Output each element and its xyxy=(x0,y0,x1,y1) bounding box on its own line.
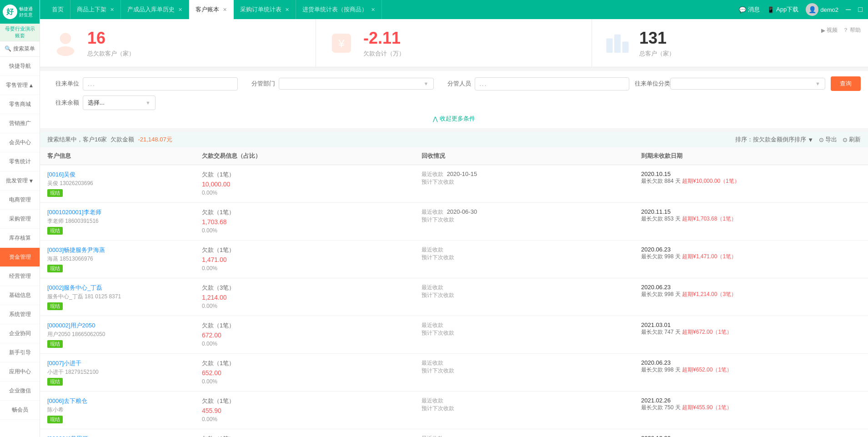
duedate-cell: 2021.03.01 最长欠款 747 天 超期¥672.00（1笔） xyxy=(641,321,861,336)
tab-close-icon[interactable]: ✕ xyxy=(223,7,227,13)
refresh-icon: ⊙ xyxy=(843,136,848,143)
duedate-cell: 2021.02.26 最长欠款 750 天 超期¥455.90（1笔） xyxy=(641,397,861,412)
duedate-cell: 2020.06.23 最长欠款 998 天 超期¥652.00（1笔） xyxy=(641,359,861,374)
results-summary: 搜索结果中，客户16家 xyxy=(47,136,107,144)
customer-name-link[interactable]: [0007]小进干 xyxy=(47,360,81,367)
customer-name-link[interactable]: [000001]黄思源 xyxy=(47,435,88,437)
sidebar-item-zero-stats[interactable]: 零售统计 xyxy=(0,152,40,171)
logo-icon: 好 xyxy=(3,5,17,19)
balance-select[interactable]: 选择... ▼ xyxy=(83,95,156,110)
overdue-days: 最长欠款 884 天 超期¥10,000.00（1笔） xyxy=(641,177,861,185)
results-info: 搜索结果中，客户16家 欠款金额 -21,148.07元 xyxy=(47,136,172,144)
debt-percent: 0.00% xyxy=(202,341,421,347)
customer-badge: 现结 xyxy=(47,302,63,310)
tab-customer-ledger[interactable]: 客户账本 ✕ xyxy=(189,0,234,19)
filter-item-person: 分管人员 ... xyxy=(439,77,630,90)
duedate-cell: 2020.06.23 最长欠款 998 天 超期¥1,214.00（3笔） xyxy=(641,284,861,298)
sidebar-item-operations[interactable]: 经营管理 xyxy=(0,267,40,286)
export-action[interactable]: ⊙ 导出 xyxy=(819,136,837,144)
total-debt-icon: ¥ xyxy=(327,29,356,58)
tab-close-icon[interactable]: ✕ xyxy=(285,7,289,13)
overdue-amount-link[interactable]: 超期¥10,000.00（1笔） xyxy=(682,178,740,184)
sidebar-item-vip[interactable]: 畅会员 xyxy=(0,401,40,420)
user-menu[interactable]: 👤 demo2 xyxy=(806,3,838,16)
debt-amount: 672.00 xyxy=(202,332,421,339)
person-input[interactable]: ... xyxy=(475,77,630,90)
sidebar-item-basic-info[interactable]: 基础信息 xyxy=(0,286,40,305)
customer-info-cell: [0016]吴俊 吴俊 13026203696 现结 xyxy=(47,171,202,197)
customer-info-cell: [0001020001]李老师 李老师 18600391516 现结 xyxy=(47,208,202,235)
sort-action[interactable]: 排序：按欠款金额倒序排序 ▼ xyxy=(735,136,813,144)
sidebar-item-system[interactable]: 系统管理 xyxy=(0,305,40,324)
sidebar-item-finance[interactable]: 资金管理 xyxy=(0,248,40,267)
debt-info-cell: 欠款（3笔） 1,214.00 0.00% xyxy=(202,284,421,309)
video-action[interactable]: ▶ 视频 xyxy=(821,26,838,34)
customer-name-link[interactable]: [0016]吴俊 xyxy=(47,171,75,178)
recovery-cell: 最近收款 预计下次收款 xyxy=(421,284,641,299)
overdue-days: 最长欠款 998 天 超期¥1,214.00（3笔） xyxy=(641,291,861,298)
table-row: [0003]畅捷服务尹海蒸 海蒸 18513066976 现结 欠款（1笔） 1… xyxy=(40,241,868,278)
customer-name-link[interactable]: [000002]用户2050 xyxy=(47,322,95,329)
maximize-button[interactable]: □ xyxy=(858,5,863,14)
dept-select[interactable]: ▼ xyxy=(279,78,434,90)
results-amount-value: -21,148.07元 xyxy=(138,136,172,144)
overdue-amount-link[interactable]: 超期¥455.90（1笔） xyxy=(682,404,732,411)
search-menu-item[interactable]: 🔍 搜索菜单 xyxy=(0,41,40,57)
refresh-action[interactable]: ⊙ 刷新 xyxy=(843,136,861,144)
sidebar-item-guide[interactable]: 新手引导 xyxy=(0,343,40,362)
demo-label: 母婴行业演示账套 xyxy=(0,24,40,41)
sidebar-item-enterprise[interactable]: 企业协同 xyxy=(0,324,40,343)
debt-amount: 1,471.00 xyxy=(202,256,421,263)
sidebar-item-quicknav[interactable]: 快捷导航 xyxy=(0,57,40,76)
customer-name-link[interactable]: [0002]服务中心_丁磊 xyxy=(47,284,102,291)
sidebar-item-stock[interactable]: 库存核算 xyxy=(0,229,40,248)
sidebar-item-purchase[interactable]: 采购管理 xyxy=(0,210,40,229)
message-icon: 💬 xyxy=(739,6,746,13)
app-download-action[interactable]: 📱 App下载 xyxy=(767,5,798,14)
sidebar-item-batch-mgmt[interactable]: 批发管理 ▼ xyxy=(0,171,40,191)
tab-close-icon[interactable]: ✕ xyxy=(178,7,182,13)
last-collect: 最近收款 xyxy=(421,435,641,437)
customer-name-link[interactable]: [0006]去下粮仓 xyxy=(47,397,87,404)
col-header-debt: 欠款交易信息（占比） xyxy=(202,152,421,160)
next-collect: 预计下次收款 xyxy=(421,367,641,375)
table-row: [000002]用户2050 用户2050 18665062050 现结 欠款（… xyxy=(40,316,868,354)
collapse-icon: ⋀ xyxy=(433,116,438,122)
overdue-amount-link[interactable]: 超期¥672.00（1笔） xyxy=(682,329,732,335)
customer-name-link[interactable]: [0003]畅捷服务尹海蒸 xyxy=(47,246,105,253)
collapse-button[interactable]: ⋀ 收起更多条件 xyxy=(433,115,475,123)
sidebar-item-marketing[interactable]: 营销推广 xyxy=(0,114,40,133)
duedate-cell: 2020.12.30 最长欠款 808 天 超期¥429.00（1笔） xyxy=(641,435,861,437)
sidebar-item-wechat[interactable]: 企业微信 xyxy=(0,382,40,401)
tab-close-icon[interactable]: ✕ xyxy=(110,7,114,13)
query-button[interactable]: 查询 xyxy=(831,76,861,91)
total-customers-icon xyxy=(603,29,632,58)
debt-amount: 652.00 xyxy=(202,369,421,377)
tab-purchase-order-stats[interactable]: 采购订单统计表 ✕ xyxy=(234,0,296,19)
sidebar-item-ecommerce[interactable]: 电商管理 xyxy=(0,191,40,210)
topbar: 首页 商品上下架 ✕ 产成品入库单历史 ✕ 客户账本 ✕ 采购订单统计表 ✕ 进… xyxy=(40,0,868,19)
sidebar-item-zero-sales-mgmt[interactable]: 零售管理 ▲ xyxy=(0,76,40,95)
help-action[interactable]: ？ 帮助 xyxy=(843,26,861,34)
tab-product-listing[interactable]: 商品上下架 ✕ xyxy=(70,0,121,19)
total-debt-label: 欠款合计（万） xyxy=(363,50,581,58)
category-select[interactable]: ▼ xyxy=(670,78,825,90)
tab-home[interactable]: 首页 xyxy=(45,0,70,19)
customer-contact: 小进干 18279152100 xyxy=(47,368,202,376)
tab-close-icon[interactable]: ✕ xyxy=(371,7,375,13)
source-unit-input[interactable]: ... xyxy=(83,77,238,90)
tab-purchase-stats-product[interactable]: 进货单统计表（按商品） ✕ xyxy=(296,0,382,19)
overdue-amount-link[interactable]: 超期¥652.00（1笔） xyxy=(682,367,732,373)
svg-point-0 xyxy=(60,33,71,44)
sidebar-item-apps[interactable]: 应用中心 xyxy=(0,362,40,382)
tab-production-history[interactable]: 产成品入库单历史 ✕ xyxy=(121,0,189,19)
sidebar-item-zero-mall[interactable]: 零售商城 xyxy=(0,95,40,114)
overdue-amount-link[interactable]: 超期¥1,703.68（1笔） xyxy=(682,216,737,222)
minimize-button[interactable]: ─ xyxy=(846,5,851,14)
overdue-amount-link[interactable]: 超期¥1,471.00（1笔） xyxy=(682,253,737,260)
customer-name-link[interactable]: [0001020001]李老师 xyxy=(47,209,101,216)
customer-badge: 现结 xyxy=(47,189,63,197)
sidebar-item-member[interactable]: 会员中心 xyxy=(0,133,40,152)
message-action[interactable]: 💬 消息 xyxy=(739,5,760,14)
overdue-amount-link[interactable]: 超期¥1,214.00（3笔） xyxy=(682,291,737,297)
